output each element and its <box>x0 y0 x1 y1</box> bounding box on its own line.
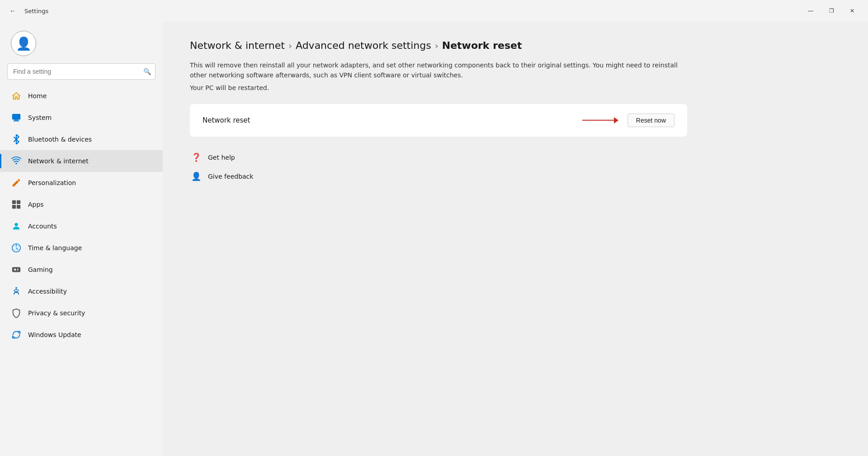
svg-rect-7 <box>17 205 20 209</box>
search-input[interactable] <box>7 63 156 80</box>
give-feedback-label: Give feedback <box>208 173 253 180</box>
sidebar-item-apps[interactable]: Apps <box>0 194 163 215</box>
minimize-button[interactable]: — <box>800 4 821 18</box>
svg-point-14 <box>15 287 17 289</box>
page-description: This will remove then reinstall all your… <box>190 60 687 81</box>
sidebar-item-personalization[interactable]: Personalization <box>0 172 163 194</box>
update-icon <box>11 329 22 340</box>
maximize-button[interactable]: ❐ <box>821 4 842 18</box>
privacy-icon <box>11 308 22 318</box>
sidebar-item-label-accounts: Accounts <box>28 223 57 230</box>
sidebar-item-home[interactable]: Home <box>0 85 163 107</box>
network-reset-label: Network reset <box>203 116 250 124</box>
avatar-icon: 👤 <box>16 36 32 51</box>
sidebar-item-label-time: Time & language <box>28 244 82 252</box>
breadcrumb-network-internet[interactable]: Network & internet <box>190 40 285 51</box>
search-section: 🔍 <box>7 63 156 80</box>
sidebar-item-label-gaming: Gaming <box>28 266 53 273</box>
sidebar-item-label-personalization: Personalization <box>28 179 76 186</box>
give-feedback-icon: 👤 <box>190 170 203 183</box>
svg-rect-0 <box>12 114 20 120</box>
help-links-section: ❓ Get help 👤 Give feedback <box>190 151 687 183</box>
sidebar-item-label-home: Home <box>28 92 47 100</box>
svg-rect-6 <box>12 205 16 209</box>
apps-icon <box>11 199 22 210</box>
get-help-link[interactable]: ❓ Get help <box>190 151 687 164</box>
sidebar-item-bluetooth[interactable]: Bluetooth & devices <box>0 128 163 150</box>
red-arrow-icon <box>582 116 618 124</box>
give-feedback-link[interactable]: 👤 Give feedback <box>190 170 687 183</box>
accessibility-icon <box>11 286 22 297</box>
sidebar-item-label-bluetooth: Bluetooth & devices <box>28 136 92 143</box>
sidebar-item-accounts[interactable]: Accounts <box>0 215 163 237</box>
app-body: 👤 🔍 HomeSystemBluetooth & devicesNetwork… <box>0 22 868 456</box>
time-icon <box>11 242 22 253</box>
accounts-icon <box>11 221 22 232</box>
page-subdescription: Your PC will be restarted. <box>190 84 841 91</box>
sidebar-item-time[interactable]: Time & language <box>0 237 163 259</box>
close-button[interactable]: ✕ <box>842 4 863 18</box>
window-controls: — ❐ ✕ <box>800 4 863 18</box>
svg-rect-2 <box>14 120 19 121</box>
breadcrumb-sep-2: › <box>435 40 439 51</box>
breadcrumb-sep-1: › <box>288 40 292 51</box>
gaming-icon <box>11 264 22 275</box>
arrow-annotation <box>582 116 618 124</box>
breadcrumb-current: Network reset <box>442 40 522 51</box>
window-title: Settings <box>24 8 48 14</box>
sidebar: 👤 🔍 HomeSystemBluetooth & devicesNetwork… <box>0 22 163 456</box>
svg-point-13 <box>17 270 18 271</box>
system-icon <box>11 112 22 123</box>
search-icon: 🔍 <box>143 68 151 75</box>
reset-now-button[interactable]: Reset now <box>627 114 675 127</box>
sidebar-item-network[interactable]: Network & internet <box>0 150 163 172</box>
sidebar-item-label-apps: Apps <box>28 201 44 208</box>
back-button[interactable]: ← <box>5 4 20 18</box>
svg-point-3 <box>15 163 17 165</box>
avatar-section: 👤 <box>0 22 163 63</box>
sidebar-item-label-system: System <box>28 114 52 121</box>
svg-rect-1 <box>14 120 18 121</box>
sidebar-item-privacy[interactable]: Privacy & security <box>0 302 163 324</box>
breadcrumb: Network & internet › Advanced network se… <box>190 40 841 51</box>
reset-card-right: Reset now <box>582 114 675 127</box>
svg-rect-4 <box>12 200 16 204</box>
get-help-icon: ❓ <box>190 151 203 164</box>
titlebar: ← Settings — ❐ ✕ <box>0 0 868 22</box>
sidebar-item-system[interactable]: System <box>0 107 163 128</box>
main-content: Network & internet › Advanced network se… <box>163 22 868 456</box>
network-reset-card: Network reset Reset now <box>190 104 687 137</box>
sidebar-item-label-update: Windows Update <box>28 331 81 338</box>
home-icon <box>11 90 22 101</box>
breadcrumb-advanced-settings[interactable]: Advanced network settings <box>296 40 431 51</box>
avatar: 👤 <box>11 31 36 56</box>
svg-rect-5 <box>17 200 20 204</box>
sidebar-item-gaming[interactable]: Gaming <box>0 259 163 280</box>
bluetooth-icon <box>11 134 22 145</box>
sidebar-item-update[interactable]: Windows Update <box>0 324 163 346</box>
sidebar-item-accessibility[interactable]: Accessibility <box>0 280 163 302</box>
get-help-label: Get help <box>208 154 235 161</box>
network-icon <box>11 156 22 166</box>
sidebar-nav: HomeSystemBluetooth & devicesNetwork & i… <box>0 85 163 456</box>
sidebar-item-label-accessibility: Accessibility <box>28 288 67 295</box>
personalization-icon <box>11 177 22 188</box>
svg-point-12 <box>17 269 19 270</box>
sidebar-item-label-network: Network & internet <box>28 157 89 165</box>
svg-point-8 <box>14 223 18 226</box>
sidebar-item-label-privacy: Privacy & security <box>28 309 85 317</box>
